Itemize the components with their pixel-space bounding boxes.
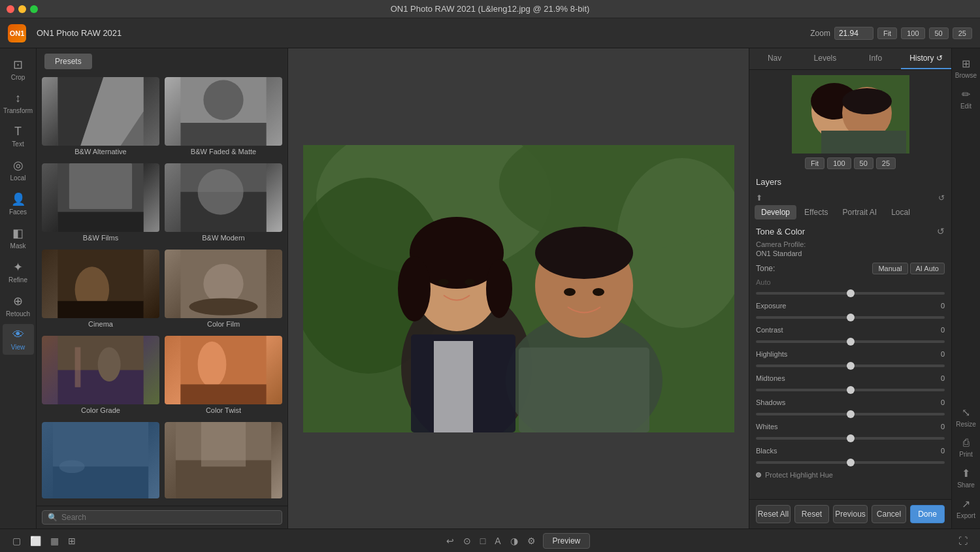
view-single-button[interactable]: ▢ [10, 534, 23, 548]
tool-view[interactable]: 👁 View [3, 324, 34, 355]
preset-bw-films[interactable]: B&W Films [42, 163, 159, 244]
view-triple-button[interactable]: ▦ [48, 534, 61, 548]
preset-colorfilm[interactable]: Color Film [165, 250, 282, 331]
search-input[interactable] [61, 513, 276, 522]
tone-color-reset-icon[interactable]: ↺ [937, 226, 945, 236]
thumb-25-button[interactable]: 25 [876, 157, 896, 169]
mask-view-button[interactable]: □ [478, 534, 487, 548]
tool-local[interactable]: ◎ Local [3, 154, 34, 186]
zoom-25-button[interactable]: 25 [953, 27, 972, 39]
zoom-fit-button[interactable]: Fit [877, 27, 897, 39]
tab-history[interactable]: History ↺ [901, 48, 951, 69]
gradient-button[interactable]: ◑ [508, 534, 520, 548]
preset-p10[interactable] [165, 422, 282, 503]
thumb-50-button[interactable]: 50 [854, 157, 874, 169]
history-refresh-icon: ↺ [936, 54, 943, 63]
exposure-slider[interactable] [756, 316, 945, 319]
shadows-slider[interactable] [756, 413, 945, 415]
tool-text[interactable]: T Text [3, 121, 34, 152]
preset-p9-name [42, 498, 159, 503]
presets-button[interactable]: Presets [44, 54, 92, 69]
tool-crop[interactable]: ⊡ Crop [3, 54, 34, 85]
contrast-slider[interactable] [756, 340, 945, 343]
minimize-button[interactable] [18, 5, 26, 13]
zoom-50-button[interactable]: 50 [929, 27, 949, 39]
bottom-bar: ▢ ⬜ ▦ ⊞ ↩ ⊙ □ A ◑ ⚙ Preview ⛶ [0, 528, 980, 552]
layers-section: Layers [749, 174, 951, 192]
maximize-button[interactable] [30, 5, 38, 13]
dev-tab-local[interactable]: Local [885, 205, 917, 219]
tool-retouch-label: Retouch [6, 310, 30, 317]
circle-button[interactable]: ⊙ [461, 534, 473, 548]
search-wrap[interactable]: 🔍 [42, 510, 282, 525]
export-label: Export [956, 512, 975, 519]
preset-bw-faded[interactable]: B&W Faded & Matte [165, 77, 282, 158]
preset-colorgrade-name: Color Grade [42, 404, 159, 417]
preset-colorgrade[interactable]: Color Grade [42, 336, 159, 417]
tone-ai-auto-button[interactable]: AI Auto [910, 263, 945, 274]
layers-upload-icon[interactable]: ⬆ [756, 193, 762, 203]
tone-buttons: Manual AI Auto [872, 263, 945, 274]
close-button[interactable] [7, 5, 14, 13]
svg-point-41 [438, 279, 449, 285]
tool-refine[interactable]: ✦ Refine [3, 256, 34, 287]
svg-point-11 [198, 169, 244, 215]
camera-profile-value: ON1 Standard [756, 250, 945, 257]
tab-levels[interactable]: Levels [800, 48, 850, 69]
tool-local-label: Local [10, 174, 26, 182]
tool-mask[interactable]: ◧ Mask [3, 222, 34, 253]
midtones-slider[interactable] [756, 389, 945, 391]
layers-action-row: ⬆ ↺ [749, 192, 951, 205]
tab-info[interactable]: Info [851, 48, 901, 69]
preset-p9[interactable] [42, 422, 159, 503]
dev-tab-portrait[interactable]: Portrait AI [836, 205, 884, 219]
preview-button[interactable]: Preview [543, 533, 591, 549]
view-split-button[interactable]: ⬜ [28, 534, 43, 548]
side-print[interactable]: ⎙ Print [953, 433, 979, 462]
done-button[interactable]: Done [910, 505, 945, 523]
preset-bw-faded-thumb [165, 77, 282, 146]
highlights-label: Highlights [756, 350, 787, 358]
preset-bw-modern[interactable]: B&W Modern [165, 163, 282, 244]
preset-colortwist[interactable]: Color Twist [165, 336, 282, 417]
thumb-100-button[interactable]: 100 [827, 157, 851, 169]
side-share[interactable]: ⬆ Share [953, 463, 979, 493]
zoom-input[interactable] [834, 27, 874, 40]
undo-button[interactable]: ↩ [444, 534, 456, 548]
tool-retouch[interactable]: ⊕ Retouch [3, 290, 34, 321]
side-resize[interactable]: ⤡ Resize [953, 402, 979, 432]
layers-title: Layers [756, 177, 945, 187]
zoom-100-button[interactable]: 100 [901, 27, 924, 39]
dev-tab-effects[interactable]: Effects [798, 205, 834, 219]
thumb-fit-button[interactable]: Fit [805, 157, 825, 169]
tool-transform[interactable]: ↕ Transform [3, 88, 34, 118]
dev-tab-develop[interactable]: Develop [755, 205, 796, 219]
blacks-slider[interactable] [756, 461, 945, 464]
tab-nav[interactable]: Nav [749, 48, 800, 69]
previous-button[interactable]: Previous [833, 505, 868, 523]
window-controls[interactable] [7, 5, 38, 13]
tone-manual-button[interactable]: Manual [872, 263, 907, 274]
reset-all-button[interactable]: Reset All [756, 505, 791, 523]
cancel-button[interactable]: Cancel [872, 505, 906, 523]
preset-cinema[interactable]: Cinema [42, 250, 159, 331]
side-browse[interactable]: ⊞ Browse [953, 54, 979, 83]
settings-button[interactable]: ⚙ [525, 534, 538, 548]
tool-faces[interactable]: 👤 Faces [3, 188, 34, 219]
highlights-slider[interactable] [756, 365, 945, 367]
resize-icon: ⤡ [962, 406, 970, 419]
auto-slider[interactable] [756, 292, 945, 295]
preset-bw-modern-name: B&W Modern [165, 232, 282, 244]
shadows-value: 0 [941, 398, 945, 406]
fullscreen-button[interactable]: ⛶ [956, 534, 970, 548]
side-edit[interactable]: ✏ Edit [953, 84, 979, 114]
whites-slider[interactable] [756, 437, 945, 440]
view-quad-button[interactable]: ⊞ [66, 534, 78, 548]
whites-label: Whites [756, 423, 778, 430]
side-export[interactable]: ↗ Export [953, 494, 979, 523]
reset-button[interactable]: Reset [794, 505, 829, 523]
layers-undo-icon[interactable]: ↺ [938, 193, 945, 203]
preset-bw-alt[interactable]: B&W Alternative [42, 77, 159, 158]
type-button[interactable]: A [493, 534, 502, 548]
right-side-icons: ⊞ Browse ✏ Edit ⤡ Resize ⎙ Print ⬆ Share… [951, 48, 980, 528]
